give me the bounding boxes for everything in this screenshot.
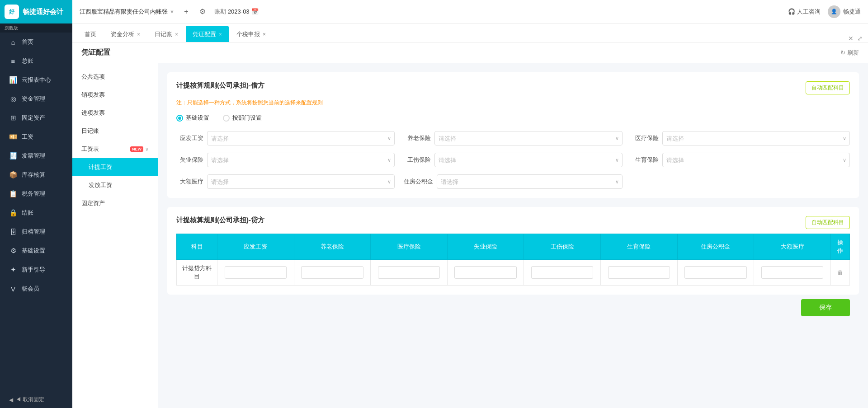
left-menu-item-purchase[interactable]: 进项发票 [72, 104, 158, 122]
menu-item-label: 销项发票 [81, 91, 105, 99]
company-selector[interactable]: 江西服宝精品有限责任公司内账张 ▼ [80, 8, 175, 16]
input-gsbx[interactable] [531, 266, 593, 279]
select-yybx[interactable]: 请选择 ∨ [434, 131, 622, 145]
sidebar-item-reports[interactable]: 📊 云报表中心 [0, 70, 72, 89]
save-btn[interactable]: 保存 [801, 299, 850, 316]
sidebar-item-close[interactable]: 🔒 结账 [0, 203, 72, 222]
content-area: 凭证配置 ↻ 刷新 公共选项 销项发票 进项发票 日记账 [72, 42, 868, 408]
sidebar-item-label: 首页 [22, 38, 33, 46]
select-yfgz[interactable]: 请选择 ∨ [207, 131, 395, 145]
input-yfgz[interactable] [225, 266, 287, 279]
cell-gsbx[interactable] [524, 260, 601, 286]
sidebar-item-assets[interactable]: ⊞ 固定资产 [0, 108, 72, 127]
tab-tax[interactable]: 个税申报 × [230, 26, 273, 42]
sidebar-item-funds[interactable]: ◎ 资金管理 [0, 89, 72, 108]
select-gsbx-input[interactable]: 请选择 [434, 153, 622, 167]
select-zfgjj-input[interactable]: 请选择 [437, 174, 622, 189]
sidebar-item-invoice[interactable]: 🧾 发票管理 [0, 146, 72, 165]
input-zfgjj[interactable] [684, 266, 746, 279]
settings-btn[interactable]: ⚙ [196, 5, 209, 18]
col-ylbx: 医疗保险 [371, 234, 448, 260]
label-sybx2: 生育保险 [632, 156, 659, 164]
credit-table: 科目 应发工资 养老保险 医疗保险 失业保险 工伤保险 生育保险 住房公积金 大… [176, 234, 850, 286]
tab-journal[interactable]: 日记账 × [148, 26, 185, 42]
menu-item-label: 工资表 [81, 145, 99, 153]
tab-voucher[interactable]: 凭证配置 × [186, 26, 229, 42]
input-sybx2[interactable] [608, 266, 670, 279]
radio-dept[interactable]: 按部门设置 [223, 114, 262, 122]
input-sybx[interactable] [454, 266, 516, 279]
credit-auto-match-btn[interactable]: 自动匹配科目 [806, 216, 850, 229]
cell-sybx[interactable] [447, 260, 524, 286]
left-menu-item-pay-salary[interactable]: 发放工资 [72, 176, 158, 194]
invoice-icon: 🧾 [9, 152, 17, 160]
field-gsbx: 工伤保险 请选择 ∨ [404, 153, 622, 167]
select-sybx-input[interactable]: 请选择 [207, 153, 395, 167]
left-menu-item-salary-table[interactable]: 工资表 NEW ∨ [72, 140, 158, 158]
add-account-btn[interactable]: + [180, 5, 193, 18]
expand-icon[interactable]: ⤢ [857, 35, 863, 42]
select-dely[interactable]: 请选择 ∨ [207, 174, 395, 189]
field-sybx2: 生育保险 请选择 ∨ [632, 153, 850, 167]
select-zfgjj[interactable]: 请选择 ∨ [437, 174, 622, 189]
left-menu-item-advance-salary[interactable]: 计提工资 [72, 158, 158, 176]
select-dely-input[interactable]: 请选择 [207, 174, 395, 189]
sidebar-item-inventory[interactable]: 📦 库存核算 [0, 165, 72, 184]
service-btn[interactable]: 🎧 人工咨询 [788, 8, 821, 16]
tab-close-icon[interactable]: × [219, 31, 222, 38]
menu-item-label: 公共选项 [81, 73, 105, 81]
sidebar-item-settings[interactable]: ⚙ 基础设置 [0, 241, 72, 260]
cell-yfgz[interactable] [217, 260, 294, 286]
sidebar-item-tax[interactable]: 📋 税务管理 [0, 184, 72, 203]
tab-close-icon[interactable]: × [137, 31, 140, 38]
select-ylbx[interactable]: 请选择 ∨ [662, 131, 850, 145]
tab-close-icon[interactable]: × [175, 31, 178, 38]
debit-auto-match-btn[interactable]: 自动匹配科目 [806, 81, 850, 94]
close-tab-icon[interactable]: ✕ [848, 35, 854, 42]
sidebar-item-archive[interactable]: 🗄 归档管理 [0, 222, 72, 241]
credit-table-wrapper: 科目 应发工资 养老保险 医疗保险 失业保险 工伤保险 生育保险 住房公积金 大… [176, 234, 850, 286]
left-menu-item-sales[interactable]: 销项发票 [72, 86, 158, 104]
period-selector[interactable]: 账期 2023-03 📅 [214, 8, 259, 16]
service-label: 人工咨询 [797, 8, 821, 16]
sidebar-item-ledger[interactable]: ≡ 总账 [0, 52, 72, 70]
sidebar-item-member[interactable]: V 畅会员 [0, 279, 72, 298]
sidebar-item-guide[interactable]: ✦ 新手引导 [0, 260, 72, 279]
left-menu-item-fixed-assets[interactable]: 固定资产 [72, 194, 158, 212]
select-gsbx[interactable]: 请选择 ∨ [434, 153, 622, 167]
left-menu-item-journal[interactable]: 日记账 [72, 122, 158, 140]
left-menu-item-public[interactable]: 公共选项 [72, 68, 158, 86]
input-yybx[interactable] [301, 266, 363, 279]
topbar: 江西服宝精品有限责任公司内账张 ▼ + ⚙ 账期 2023-03 📅 🎧 人工咨… [72, 0, 868, 23]
sidebar-item-home[interactable]: ⌂ 首页 [0, 33, 72, 52]
cell-sybx2[interactable] [601, 260, 678, 286]
tab-close-icon[interactable]: × [263, 31, 266, 38]
select-yfgz-input[interactable]: 请选择 [207, 131, 395, 145]
sidebar-item-label: 结账 [22, 209, 33, 217]
menu-item-label: 计提工资 [89, 163, 112, 171]
select-yybx-input[interactable]: 请选择 [434, 131, 622, 145]
cell-ylbx[interactable] [371, 260, 448, 286]
sidebar-item-label: 云报表中心 [22, 76, 51, 84]
col-sybx: 失业保险 [447, 234, 524, 260]
cell-yybx[interactable] [294, 260, 371, 286]
refresh-btn[interactable]: ↻ 刷新 [840, 49, 859, 57]
radio-basic[interactable]: 基础设置 [176, 114, 209, 122]
cell-zfgjj[interactable] [677, 260, 754, 286]
cell-dely[interactable] [754, 260, 831, 286]
input-dely[interactable] [761, 266, 823, 279]
label-dely: 大额医疗 [176, 178, 203, 186]
tab-home[interactable]: 首页 [78, 26, 103, 42]
delete-row-icon[interactable]: 🗑 [837, 269, 843, 276]
input-ylbx[interactable] [378, 266, 440, 279]
select-sybx[interactable]: 请选择 ∨ [207, 153, 395, 167]
user-menu[interactable]: 👤 畅捷通 [828, 5, 861, 18]
tab-funds[interactable]: 资金分析 × [104, 26, 147, 42]
select-sybx2-input[interactable]: 请选择 [662, 153, 850, 167]
app-name: 畅捷通好会计 [23, 8, 63, 16]
sidebar-collapse-btn[interactable]: ◀ ◀ 取消固定 [0, 391, 72, 408]
radio-circle-dept [223, 115, 230, 122]
sidebar-item-salary[interactable]: 💴 工资 [0, 127, 72, 146]
select-ylbx-input[interactable]: 请选择 [662, 131, 850, 145]
select-sybx2[interactable]: 请选择 ∨ [662, 153, 850, 167]
